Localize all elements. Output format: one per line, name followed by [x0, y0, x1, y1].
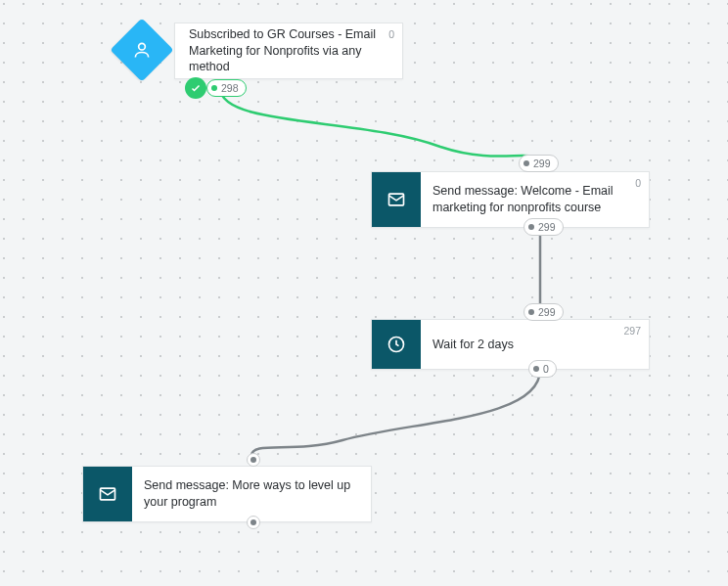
send-welcome-label: Send message: Welcome - Email marketing … [432, 183, 637, 216]
trigger-diamond[interactable] [110, 18, 173, 81]
envelope-icon [387, 190, 406, 209]
send-welcome-corner-count: 0 [635, 176, 641, 190]
workflow-canvas[interactable]: { "nodes": { "trigger": { "label": "Subs… [0, 0, 728, 586]
send-levelup-label: Send message: More ways to level up your… [144, 477, 359, 511]
wait-in-count: 299 [538, 305, 556, 319]
wait-out-port[interactable]: 0 [528, 360, 557, 378]
send-welcome-node[interactable]: Send message: Welcome - Email marketing … [371, 171, 650, 228]
trigger-corner-count: 0 [388, 27, 394, 41]
wait-out-count: 0 [543, 362, 549, 376]
send-levelup-icon-box [83, 467, 132, 521]
send-levelup-out-port[interactable] [247, 516, 260, 529]
send-welcome-out-count: 299 [538, 220, 556, 234]
svg-point-0 [139, 43, 146, 50]
send-welcome-in-port[interactable]: 299 [519, 155, 559, 172]
check-icon [190, 82, 202, 94]
clock-icon [387, 335, 406, 354]
wait-label: Wait for 2 days [432, 337, 514, 353]
send-welcome-icon-box [372, 172, 421, 227]
wait-icon-box [372, 320, 421, 369]
send-welcome-out-port[interactable]: 299 [523, 218, 564, 236]
trigger-node[interactable]: Subscribed to GR Courses - Email Marketi… [174, 23, 403, 79]
send-levelup-node[interactable]: Send message: More ways to level up your… [82, 466, 372, 522]
trigger-out-count: 298 [221, 81, 239, 95]
wait-node[interactable]: Wait for 2 days 297 [371, 319, 650, 370]
trigger-out-port[interactable]: 298 [206, 79, 247, 97]
wait-corner-count: 297 [623, 324, 641, 338]
person-icon [132, 40, 152, 60]
envelope-icon [98, 484, 117, 504]
check-badge [185, 77, 206, 99]
trigger-label: Subscribed to GR Courses - Email Marketi… [189, 26, 390, 76]
send-levelup-in-port[interactable] [247, 453, 260, 467]
send-welcome-in-count: 299 [533, 157, 551, 170]
wait-in-port[interactable]: 299 [523, 303, 564, 321]
